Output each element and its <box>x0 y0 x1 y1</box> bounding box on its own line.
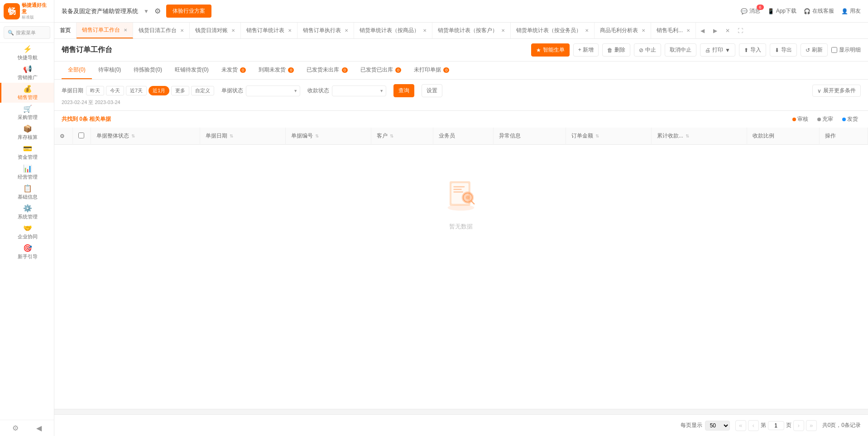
print-dropdown-icon[interactable]: ▼ <box>725 47 730 53</box>
online-service-button[interactable]: 🎧 在线客服 <box>804 7 834 15</box>
sidebar-item-purchase[interactable]: 🛒 采购管理 <box>0 103 54 123</box>
th-operation: 操作 <box>819 128 868 145</box>
export-button[interactable]: ⬇ 导出 <box>770 43 797 57</box>
sub-tab-overdue-not-shipped[interactable]: 到期未发货 0 <box>252 62 300 79</box>
next-page-button[interactable]: › <box>793 420 804 431</box>
tab-prev-button[interactable]: ◀ <box>696 23 709 38</box>
system-title-dropdown[interactable]: ▼ <box>144 8 149 14</box>
filter-row-1: 单据日期 昨天 今天 近7天 近1月 更多 自定义 单据状态 <box>62 84 861 97</box>
tab-sales-stat[interactable]: 销售订单统计表 ✕ <box>241 23 297 38</box>
app-download-button[interactable]: 📱 App下载 <box>767 7 796 15</box>
page-size-select[interactable]: 50 20 100 <box>705 421 730 431</box>
page-number-input[interactable] <box>768 421 784 430</box>
prev-page-button[interactable]: ‹ <box>748 420 759 431</box>
cancel-review-action[interactable]: 充审 <box>815 114 836 124</box>
select-all-checkbox[interactable] <box>78 133 84 138</box>
collapse-sidebar-button[interactable]: ◀ <box>36 424 42 432</box>
ai-smart-button[interactable]: ★ 智能生单 <box>531 43 570 57</box>
sub-tab-not-shipped[interactable]: 未发货 0 <box>215 62 252 79</box>
sidebar-item-quick-nav[interactable]: ⚡ 快捷导航 <box>0 43 54 63</box>
ship-action[interactable]: 发货 <box>839 114 861 124</box>
tab-sales-sum-staff[interactable]: 销货单统计表（按业务员） ✕ <box>511 23 595 38</box>
th-checkbox[interactable] <box>72 128 91 145</box>
tab-sales-sum-customer-close[interactable]: ✕ <box>501 28 505 33</box>
tab-sales-exec-close[interactable]: ✕ <box>345 28 348 33</box>
date-btn-more[interactable]: 更多 <box>171 86 189 95</box>
search-menu-button[interactable]: 🔍 搜索菜单 <box>4 26 50 39</box>
tab-sales-sum-product[interactable]: 销货单统计表（按商品） ✕ <box>354 23 432 38</box>
date-btn-today[interactable]: 今天 <box>106 86 124 95</box>
sidebar-item-sales[interactable]: 💰 销售管理 <box>0 83 54 103</box>
refresh-button[interactable]: ↺ 刷新 <box>801 43 828 57</box>
tab-sales-order-close[interactable]: ✕ <box>124 28 127 33</box>
tab-sales-more[interactable]: 销售毛利... ✕ <box>651 23 696 38</box>
show-detail-toggle[interactable]: 显示明细 <box>831 46 861 54</box>
number-sort-icon[interactable]: ⇅ <box>315 133 319 138</box>
sidebar-item-operations[interactable]: 📊 经营管理 <box>0 162 54 182</box>
stop-button[interactable]: ⊘ 中止 <box>634 43 661 57</box>
tab-sales-sum-product-close[interactable]: ✕ <box>423 28 427 33</box>
tab-sales-stat-close[interactable]: ✕ <box>288 28 292 33</box>
th-settings[interactable]: ⚙ <box>54 128 72 145</box>
tab-next-button[interactable]: ▶ <box>709 23 721 38</box>
add-button[interactable]: + 新增 <box>573 43 599 57</box>
date-btn-yesterday[interactable]: 昨天 <box>86 86 104 95</box>
sidebar-item-finance[interactable]: 💳 资金管理 <box>0 142 54 162</box>
sub-tab-wangpu-pending[interactable]: 旺铺待发货(0) <box>168 62 215 79</box>
user-profile-button[interactable]: 👤 用友 <box>841 7 861 15</box>
sub-tab-shipped-not-out[interactable]: 已发货未出库 0 <box>300 62 354 79</box>
tab-sales-more-close[interactable]: ✕ <box>686 28 690 33</box>
sub-tab-all[interactable]: 全部(0) <box>62 62 92 79</box>
date-btn-last1month[interactable]: 近1月 <box>149 86 169 95</box>
status-select[interactable] <box>246 85 300 96</box>
date-filter: 单据日期 昨天 今天 近7天 近1月 更多 自定义 <box>62 86 214 95</box>
customer-sort-icon[interactable]: ⇅ <box>390 133 393 138</box>
message-button[interactable]: 💬 消息 6 <box>741 7 760 15</box>
tab-expand-button[interactable]: ⛶ <box>734 23 747 38</box>
sidebar-item-inventory[interactable]: 📦 库存核算 <box>0 123 54 142</box>
last-page-button[interactable]: » <box>806 420 817 431</box>
expand-more-button[interactable]: ∨ 展开更多条件 <box>812 85 861 97</box>
date-btn-last7[interactable]: 近7天 <box>126 86 147 95</box>
sidebar-item-basic-info[interactable]: 📋 基础信息 <box>0 182 54 202</box>
horizontal-scrollbar[interactable] <box>54 409 868 414</box>
query-button[interactable]: 查询 <box>393 84 414 97</box>
tab-cash-reconcile[interactable]: 钱货日清对账 ✕ <box>190 23 241 38</box>
tab-sales-sum-customer[interactable]: 销货单统计表（按客户） ✕ <box>432 23 511 38</box>
tab-cash-daily-close[interactable]: ✕ <box>180 28 184 33</box>
sidebar-item-system[interactable]: ⚙️ 系统管理 <box>0 202 54 222</box>
sidebar-item-guide[interactable]: 🎯 新手引导 <box>0 242 54 262</box>
first-page-button[interactable]: « <box>735 420 746 431</box>
tab-cash-daily[interactable]: 钱货日清工作台 ✕ <box>133 23 190 38</box>
collected-sort-icon[interactable]: ⇅ <box>686 133 689 138</box>
filter-settings-button[interactable]: 设置 <box>422 84 442 97</box>
sidebar-item-enterprise[interactable]: 🤝 企业协同 <box>0 222 54 242</box>
status-sort-icon[interactable]: ⇅ <box>131 133 135 138</box>
tab-product-profit-close[interactable]: ✕ <box>642 28 645 33</box>
date-btn-custom[interactable]: 自定义 <box>191 86 214 95</box>
sub-tab-shipped-out[interactable]: 已发货已出库 0 <box>354 62 408 79</box>
cancel-stop-button[interactable]: 取消中止 <box>665 43 696 57</box>
tab-cash-reconcile-close[interactable]: ✕ <box>231 28 235 33</box>
settings-bottom-icon[interactable]: ⚙ <box>12 424 19 432</box>
tab-sales-order[interactable]: 销售订单工作台 ✕ <box>77 23 133 38</box>
show-detail-checkbox[interactable] <box>831 47 837 53</box>
payment-select[interactable] <box>332 85 386 96</box>
tab-sales-exec[interactable]: 销售订单执行表 ✕ <box>297 23 354 38</box>
amount-sort-icon[interactable]: ⇅ <box>595 133 599 138</box>
header-settings-icon[interactable]: ⚙ <box>154 7 161 15</box>
date-sort-icon[interactable]: ⇅ <box>230 133 233 138</box>
sidebar-item-marketing[interactable]: 📢 营销推广 <box>0 63 54 83</box>
tab-close-all-button[interactable]: ✕ <box>721 23 734 38</box>
sub-tab-pending-inspect[interactable]: 待拣验货(0) <box>127 62 168 79</box>
sub-tab-pending-review[interactable]: 待审核(0) <box>92 62 128 79</box>
import-button[interactable]: ⬆ 导入 <box>739 43 766 57</box>
tab-home[interactable]: 首页 <box>54 23 77 38</box>
tab-sales-sum-staff-close[interactable]: ✕ <box>585 28 589 33</box>
tab-product-profit[interactable]: 商品毛利分析表 ✕ <box>595 23 651 38</box>
sub-tab-not-printed[interactable]: 未打印单据 0 <box>408 62 456 79</box>
industry-solution-button[interactable]: 体验行业方案 <box>166 5 211 18</box>
review-action[interactable]: 审核 <box>790 114 811 124</box>
delete-button[interactable]: 🗑 删除 <box>602 43 630 57</box>
print-button[interactable]: 🖨 打印 ▼ <box>700 43 735 57</box>
